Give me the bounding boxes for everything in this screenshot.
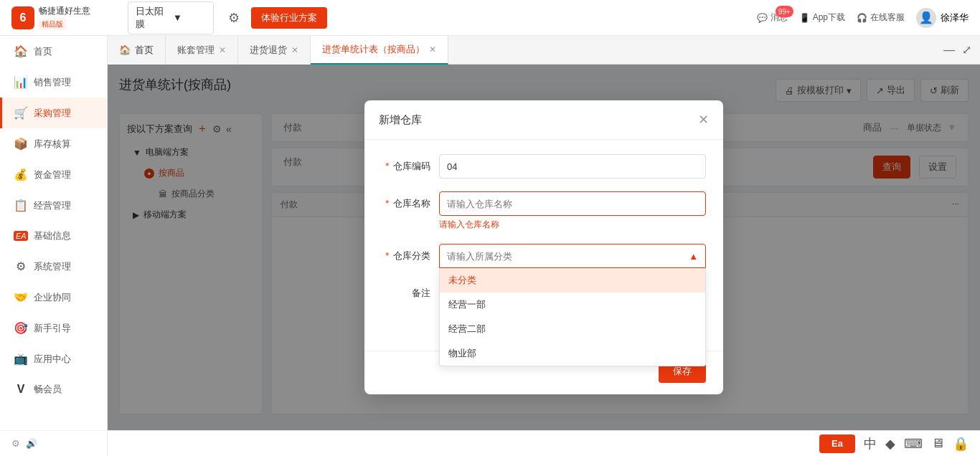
tab-purchase-stats[interactable]: 进货单统计表（按商品） ✕	[311, 36, 448, 65]
finance-icon: 💰	[14, 168, 28, 181]
newbie-icon: 🎯	[14, 321, 28, 335]
sidebar-item-apps[interactable]: 📺 应用中心	[0, 343, 107, 374]
sidebar-bottom: ⚙ 🔊	[0, 430, 107, 456]
sidebar-item-system[interactable]: ⚙ 系统管理	[0, 251, 107, 282]
system-icon: ⚙	[14, 260, 28, 273]
settings-button[interactable]: ⚙	[222, 6, 245, 29]
warehouse-code-row: * 仓库编码	[382, 154, 706, 179]
warehouse-name-error: 请输入仓库名称	[439, 219, 706, 231]
dropdown-item-unclassified[interactable]: 未分类	[440, 268, 705, 293]
sidebar-item-operations[interactable]: 📋 经营管理	[0, 190, 107, 221]
apps-icon: 📺	[14, 352, 28, 366]
dropdown-item-property[interactable]: 物业部	[440, 341, 705, 366]
warehouse-name-row: * 仓库名称 请输入仓库名称	[382, 191, 706, 231]
dropdown-item-dept2[interactable]: 经营二部	[440, 317, 705, 341]
bottom-bar: Ea 中 ◆ ⌨ 🖥 🔒	[108, 430, 980, 456]
online-service-button[interactable]: 🎧 在线客服	[857, 11, 905, 24]
content-area: 🏠 首页 账套管理 ✕ 进货退货 ✕ 进货单统计表（按商品） ✕ — ⤢	[108, 36, 980, 456]
warehouse-code-input[interactable]	[439, 154, 706, 179]
sidebar-item-enterprise[interactable]: 🤝 企业协同	[0, 282, 107, 313]
logo-icon: 6	[11, 6, 34, 29]
warehouse-name-control: 请输入仓库名称	[439, 191, 706, 231]
basicinfo-icon: EA	[14, 231, 28, 241]
tab-home[interactable]: 🏠 首页	[108, 36, 166, 65]
page-content: 进货单统计(按商品) 🖨 按模板打印 ▾ ↗ 导出 ↺ 刷新	[108, 65, 980, 430]
sidebar-item-purchase[interactable]: 🛒 采购管理	[0, 98, 107, 128]
store-selector[interactable]: 日太阳膜 ▼	[128, 1, 214, 34]
phone-icon: 📱	[799, 13, 810, 23]
inventory-icon: 📦	[14, 137, 28, 151]
new-warehouse-dialog: 新增仓库 ✕ * 仓库编码	[364, 100, 723, 394]
tab-accounts-close[interactable]: ✕	[219, 45, 226, 55]
sidebar-item-newbie[interactable]: 🎯 新手引导	[0, 313, 107, 343]
dialog-header: 新增仓库 ✕	[364, 100, 723, 140]
sidebar-item-home[interactable]: 🏠 首页	[0, 36, 107, 67]
warehouse-code-control	[439, 154, 706, 179]
lock-icon[interactable]: 🔒	[953, 436, 969, 452]
avatar: 👤	[916, 8, 936, 28]
notes-label: 备注	[382, 281, 439, 300]
keyboard-icon[interactable]: ⌨	[904, 436, 923, 452]
home-tab-icon: 🏠	[119, 44, 131, 55]
header-right: 💬 消息 99+ 📱 App下载 🎧 在线客服 👤 徐泽华	[757, 8, 969, 28]
dialog-close-button[interactable]: ✕	[698, 112, 709, 128]
top-header: 6 畅捷通好生意 精品版 日太阳膜 ▼ ⚙ 体验行业方案 💬 消息 99+ 📱 …	[0, 0, 980, 36]
warehouse-name-label: * 仓库名称	[382, 191, 439, 210]
user-area[interactable]: 👤 徐泽华	[916, 8, 969, 28]
app-download-button[interactable]: 📱 App下载	[799, 11, 845, 24]
main-layout: 🏠 首页 📊 销售管理 🛒 采购管理 📦 库存核算 💰 资金管理 📋 经营管理 …	[0, 36, 980, 456]
store-arrow-icon: ▼	[173, 12, 206, 23]
logo-area: 6 畅捷通好生意 精品版	[11, 5, 119, 30]
warehouse-category-row: * 仓库分类 ▲ 未分类 经营一部	[382, 244, 706, 268]
tab-purchase-return-close[interactable]: ✕	[291, 45, 298, 55]
enterprise-icon: 🤝	[14, 290, 28, 304]
warehouse-name-input[interactable]	[439, 191, 706, 216]
logo-text: 畅捷通好生意 精品版	[39, 5, 90, 30]
speaker-icon[interactable]: 🔊	[26, 438, 37, 449]
diamond-icon[interactable]: ◆	[885, 436, 895, 452]
purchase-icon: 🛒	[14, 106, 28, 120]
warehouse-category-label: * 仓库分类	[382, 244, 439, 262]
warehouse-category-control: ▲ 未分类 经营一部 经营二部 物业部	[439, 244, 706, 268]
tab-expand-button[interactable]: ⤢	[959, 40, 974, 60]
sidebar-item-sales[interactable]: 📊 销售管理	[0, 67, 107, 98]
vip-icon: V	[14, 383, 28, 396]
category-search-input[interactable]	[447, 251, 689, 262]
trial-button[interactable]: 体验行业方案	[251, 7, 327, 29]
messages-button[interactable]: 💬 消息 99+	[757, 11, 788, 24]
dialog-title: 新增仓库	[379, 113, 422, 127]
sidebar-item-finance[interactable]: 💰 资金管理	[0, 159, 107, 190]
gear-icon: ⚙	[228, 10, 240, 26]
operations-icon: 📋	[14, 199, 28, 212]
dropdown-item-dept1[interactable]: 经营一部	[440, 293, 705, 317]
monitor-icon[interactable]: 🖥	[931, 436, 944, 451]
message-icon: 💬	[757, 13, 768, 23]
tab-bar: 🏠 首页 账套管理 ✕ 进货退货 ✕ 进货单统计表（按商品） ✕ — ⤢	[108, 36, 980, 65]
sales-icon: 📊	[14, 75, 28, 89]
tab-accounts[interactable]: 账套管理 ✕	[166, 36, 238, 65]
modal-overlay[interactable]: 新增仓库 ✕ * 仓库编码	[108, 65, 980, 430]
warehouse-code-label: * 仓库编码	[382, 154, 439, 173]
sidebar-item-basic-info[interactable]: EA 基础信息	[0, 221, 107, 251]
sidebar-item-inventory[interactable]: 📦 库存核算	[0, 128, 107, 159]
home-icon: 🏠	[14, 44, 28, 58]
category-dropdown: 未分类 经营一部 经营二部 物业部	[439, 268, 706, 366]
tab-purchase-return[interactable]: 进货退货 ✕	[238, 36, 311, 65]
tab-minimize-button[interactable]: —	[941, 41, 958, 60]
sidebar: 🏠 首页 📊 销售管理 🛒 采购管理 📦 库存核算 💰 资金管理 📋 经营管理 …	[0, 36, 108, 456]
dialog-body: * 仓库编码 * 仓库名称	[364, 140, 723, 351]
sidebar-item-vip[interactable]: V 畅会员	[0, 374, 107, 404]
headset-icon: 🎧	[857, 13, 867, 23]
chinese-input-icon[interactable]: 中	[864, 435, 877, 452]
category-arrow-icon[interactable]: ▲	[689, 251, 698, 262]
ea-badge: Ea	[819, 434, 855, 453]
category-select-input[interactable]: ▲	[439, 244, 706, 268]
tab-actions: — ⤢	[941, 40, 980, 60]
settings-bottom-icon[interactable]: ⚙	[11, 438, 20, 449]
tab-purchase-stats-close[interactable]: ✕	[429, 44, 436, 54]
